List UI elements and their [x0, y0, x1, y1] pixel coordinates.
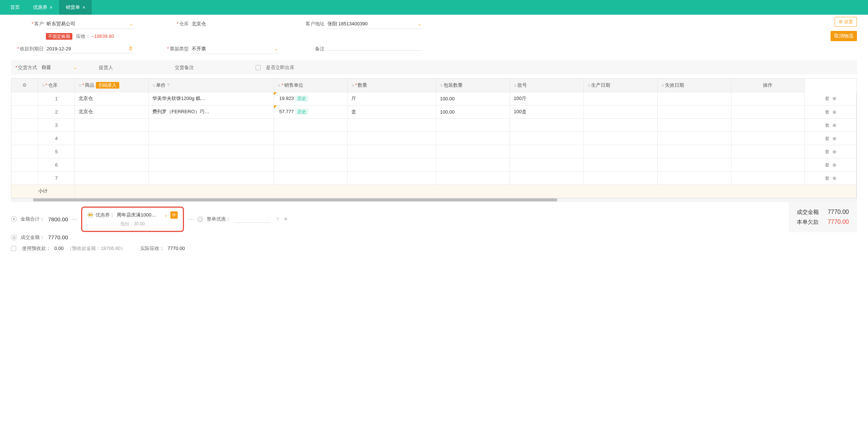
cell-pdate[interactable]: [657, 171, 731, 185]
delete-icon[interactable]: 🗑: [825, 175, 829, 181]
cell-pack[interactable]: [510, 171, 584, 185]
cell-price[interactable]: [274, 171, 348, 185]
cell-pdate[interactable]: [657, 105, 731, 118]
prepay-checkbox[interactable]: [11, 246, 16, 251]
delete-icon[interactable]: 🗑: [825, 136, 829, 141]
delete-icon[interactable]: 🗑: [825, 122, 829, 128]
tab-coupon[interactable]: 优惠券×: [26, 0, 59, 15]
cell-edate[interactable]: [731, 171, 805, 185]
table-row[interactable]: 3🗑⊕: [11, 118, 857, 132]
settings-button[interactable]: ⚙设置: [835, 17, 857, 27]
cell-pack[interactable]: [510, 118, 584, 132]
cell-price[interactable]: [274, 158, 348, 171]
help-icon[interactable]: ?: [167, 82, 170, 88]
help-icon[interactable]: ?: [276, 217, 279, 222]
tab-sales[interactable]: 销货单×: [59, 0, 92, 15]
cell-qty[interactable]: 100.00: [436, 105, 510, 118]
cell-batch[interactable]: [583, 118, 657, 132]
cell-batch[interactable]: [583, 92, 657, 105]
delivery-remark-field[interactable]: [197, 67, 248, 68]
cell-edate[interactable]: [731, 92, 805, 105]
add-icon[interactable]: ⊕: [832, 122, 836, 128]
picker-field[interactable]: [116, 67, 167, 68]
invoice-field[interactable]: 不开票⌄: [191, 44, 279, 54]
table-row[interactable]: 4🗑⊕: [11, 132, 857, 145]
cell-pdate[interactable]: [657, 118, 731, 132]
add-icon[interactable]: ⊕: [832, 162, 836, 168]
cell-pack[interactable]: 100斤: [510, 92, 584, 105]
cell-product[interactable]: [149, 171, 274, 185]
close-icon[interactable]: ×: [82, 4, 85, 10]
cell-pack[interactable]: 100盒: [510, 105, 584, 118]
tab-home[interactable]: 首页: [4, 0, 26, 15]
address-field[interactable]: 张阳 18513400390⌄: [327, 19, 422, 29]
cancel-logistics-button[interactable]: 取消物流: [831, 31, 857, 41]
cell-warehouse[interactable]: [75, 171, 149, 185]
col-product[interactable]: ⇅*商品 扫码录入: [75, 79, 149, 92]
delivery-method-field[interactable]: 自提⌄: [40, 63, 91, 72]
cell-price[interactable]: [274, 132, 348, 145]
add-icon[interactable]: ⊕: [832, 109, 836, 115]
cell-qty[interactable]: [436, 132, 510, 145]
add-icon[interactable]: ⊕: [832, 136, 836, 141]
cell-pack[interactable]: [510, 145, 584, 158]
cell-pdate[interactable]: [657, 145, 731, 158]
cell-warehouse[interactable]: [75, 118, 149, 132]
cell-qty[interactable]: [436, 158, 510, 171]
cell-unit[interactable]: [348, 158, 436, 171]
cell-pack[interactable]: [510, 158, 584, 171]
cell-warehouse[interactable]: 北京仓: [75, 92, 149, 105]
remark-field[interactable]: [327, 47, 422, 51]
cell-product[interactable]: 华美华夫软饼1200g 糕…: [149, 92, 274, 105]
col-batch[interactable]: ⇅批号: [510, 79, 584, 92]
scan-button[interactable]: 扫码录入: [96, 82, 119, 89]
cell-pack[interactable]: [510, 132, 584, 145]
delete-icon[interactable]: 🗑: [825, 96, 829, 101]
cell-unit[interactable]: 盒: [348, 105, 436, 118]
cell-unit[interactable]: [348, 118, 436, 132]
horizontal-scrollbar[interactable]: [11, 198, 857, 202]
col-price[interactable]: ⇅单价?: [149, 79, 274, 92]
cell-product[interactable]: [149, 158, 274, 171]
cell-qty[interactable]: [436, 171, 510, 185]
cell-qty[interactable]: [436, 118, 510, 132]
cell-product[interactable]: 费列罗（FERRERO）巧…: [149, 105, 274, 118]
add-icon[interactable]: ⊕: [832, 175, 836, 181]
cell-pdate[interactable]: [657, 132, 731, 145]
cell-price[interactable]: 57.777历史: [274, 105, 348, 118]
coupon-value[interactable]: 周年店庆满1000…: [117, 212, 157, 218]
col-pdate[interactable]: ⇅生产日期: [583, 79, 657, 92]
cell-product[interactable]: [149, 118, 274, 132]
cell-edate[interactable]: [731, 158, 805, 171]
cell-edate[interactable]: [731, 145, 805, 158]
cell-qty[interactable]: 100.00: [436, 92, 510, 105]
cell-warehouse[interactable]: [75, 158, 149, 171]
cell-unit[interactable]: [348, 132, 436, 145]
add-icon[interactable]: ⊕: [832, 149, 836, 154]
cell-warehouse[interactable]: [75, 132, 149, 145]
table-row[interactable]: 5🗑⊕: [11, 145, 857, 158]
cell-batch[interactable]: [583, 158, 657, 171]
order-discount-field[interactable]: [234, 215, 271, 223]
gear-icon[interactable]: ⚙: [11, 79, 38, 92]
cell-edate[interactable]: [731, 118, 805, 132]
cell-batch[interactable]: [583, 145, 657, 158]
cell-batch[interactable]: [583, 105, 657, 118]
history-button[interactable]: 历史: [295, 96, 308, 101]
cell-batch[interactable]: [583, 132, 657, 145]
table-row[interactable]: 1北京仓华美华夫软饼1200g 糕…19.923历史斤100.00100斤🗑⊕: [11, 92, 857, 105]
cell-qty[interactable]: [436, 145, 510, 158]
cell-edate[interactable]: [731, 132, 805, 145]
chevron-down-icon[interactable]: ⌄: [164, 212, 168, 218]
due-date-field[interactable]: 2019-12-29🗓: [46, 44, 134, 53]
warehouse-field[interactable]: 北京仓: [191, 19, 279, 29]
cell-price[interactable]: 19.923历史: [274, 92, 348, 105]
refresh-icon[interactable]: ⟳: [170, 211, 178, 219]
cell-unit[interactable]: 斤: [348, 92, 436, 105]
delete-icon[interactable]: 🗑: [825, 109, 829, 115]
table-row[interactable]: 6🗑⊕: [11, 158, 857, 171]
add-icon[interactable]: ⊕: [832, 96, 836, 101]
customer-field[interactable]: 昕东贸易公司⌄: [46, 19, 134, 29]
cell-warehouse[interactable]: [75, 145, 149, 158]
delete-icon[interactable]: 🗑: [825, 162, 829, 168]
